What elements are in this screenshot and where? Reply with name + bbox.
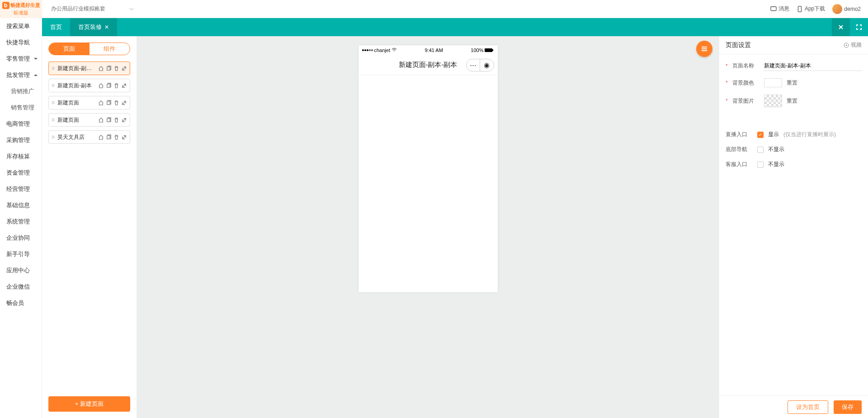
account-selector[interactable]: 办公用品行业模拟账套 xyxy=(47,3,138,15)
svg-rect-1 xyxy=(798,6,801,11)
messages-button[interactable]: 消息 xyxy=(770,5,789,13)
brand-logo[interactable]: b畅捷通好生意 标准版 xyxy=(0,0,42,18)
account-name: 办公用品行业模拟账套 xyxy=(51,5,105,13)
chat-icon xyxy=(770,6,777,12)
user-menu[interactable]: demo2 xyxy=(832,4,861,14)
top-header: b畅捷通好生意 标准版 办公用品行业模拟账套 消息 App下载 demo2 xyxy=(0,0,868,18)
avatar xyxy=(832,4,842,14)
svg-rect-0 xyxy=(771,6,776,10)
app-download-button[interactable]: App下载 xyxy=(797,5,825,13)
phone-icon xyxy=(797,6,803,12)
chevron-down-icon xyxy=(129,6,134,12)
